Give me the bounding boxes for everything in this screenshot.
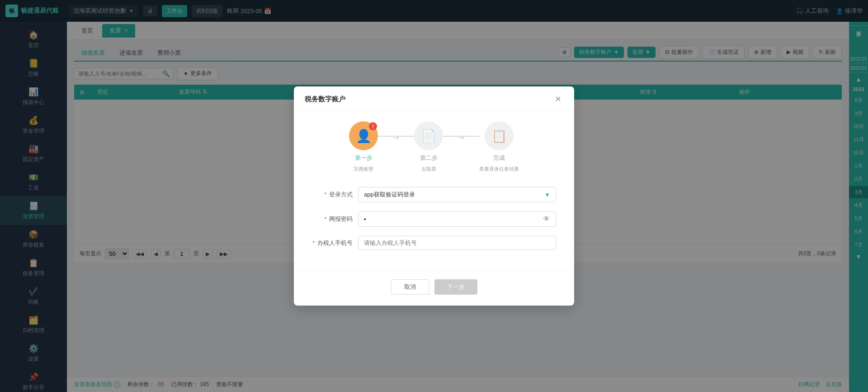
step-2-label: 第二步	[420, 154, 438, 162]
login-method-label-text: 登录方式	[329, 191, 353, 198]
step-connector-2: →	[443, 136, 479, 137]
step-2: 📄 第二步 去取票	[414, 121, 443, 172]
phone-required: *	[312, 239, 315, 246]
cancel-button[interactable]: 取消	[391, 279, 429, 295]
step-3: 📋 完成 查看具体任务结果	[479, 121, 519, 172]
modal-overlay: 税务数字账户 ✕ 👤 ! 第一步 完善账密 →	[0, 0, 868, 392]
step-1-label: 第一步	[355, 154, 373, 162]
step-2-icon: 📄	[421, 129, 437, 143]
phone-label: * 办税人手机号	[312, 239, 353, 247]
form-row-password: * 网报密码 👁	[312, 211, 556, 227]
step-1-icon-wrap: 👤 !	[349, 121, 378, 150]
phone-input[interactable]	[364, 239, 550, 246]
modal-body: 👤 ! 第一步 完善账密 → 📄 第二步 去取票	[294, 110, 574, 270]
password-input-wrap: 👁	[358, 211, 556, 227]
step-3-label: 完成	[493, 154, 505, 162]
phone-input-wrap	[358, 236, 556, 250]
step-2-desc: 去取票	[421, 166, 436, 172]
step-1-icon: 👤	[356, 129, 372, 143]
form-row-login-method: * 登录方式 app获取验证码登录 ▼	[312, 187, 556, 202]
password-label-text: 网报密码	[329, 215, 353, 222]
phone-label-text: 办税人手机号	[317, 239, 353, 246]
modal-footer: 取消 下一步	[294, 270, 574, 306]
modal-title: 税务数字账户	[305, 95, 345, 104]
next-button[interactable]: 下一步	[434, 279, 477, 295]
password-required: *	[324, 215, 326, 222]
step-1: 👤 ! 第一步 完善账密	[349, 121, 378, 172]
step-3-icon-wrap: 📋	[485, 121, 514, 150]
modal-dialog: 税务数字账户 ✕ 👤 ! 第一步 完善账密 →	[294, 86, 574, 306]
password-label: * 网报密码	[312, 215, 353, 223]
step-1-badge: !	[369, 122, 377, 130]
password-input[interactable]	[364, 216, 543, 223]
login-method-label: * 登录方式	[312, 191, 353, 199]
form-row-phone: * 办税人手机号	[312, 236, 556, 250]
step-1-desc: 完善账密	[354, 166, 373, 172]
login-method-value: app获取验证码登录	[364, 191, 415, 199]
login-method-chevron-icon: ▼	[544, 191, 550, 198]
step-2-icon-wrap: 📄	[414, 121, 443, 150]
modal-close-btn[interactable]: ✕	[552, 94, 563, 105]
step-3-icon: 📋	[491, 129, 507, 143]
modal-header: 税务数字账户 ✕	[294, 86, 574, 110]
step-3-desc: 查看具体任务结果	[479, 166, 519, 172]
login-method-select[interactable]: app获取验证码登录 ▼	[358, 187, 556, 202]
eye-icon[interactable]: 👁	[543, 215, 550, 223]
login-method-required: *	[324, 191, 326, 198]
steps: 👤 ! 第一步 完善账密 → 📄 第二步 去取票	[312, 121, 556, 172]
step-connector-1: →	[378, 136, 414, 137]
